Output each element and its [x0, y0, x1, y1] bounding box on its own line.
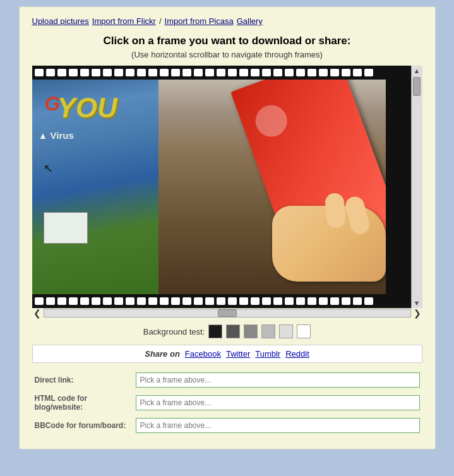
filmstrip-bottom	[32, 294, 411, 308]
scroll-right-arrow[interactable]: ❯	[414, 308, 421, 318]
film-hole	[342, 297, 350, 305]
film-hole	[80, 69, 89, 76]
film-hole	[205, 297, 214, 305]
bbcode-cell	[133, 415, 422, 436]
filmstrip-outer: YOU G ▲ Virus ↖	[32, 66, 422, 308]
film-hole	[228, 69, 237, 76]
bbcode-input[interactable]	[136, 418, 420, 433]
film-hole	[308, 297, 316, 305]
film-hole	[262, 69, 271, 76]
film-hole	[364, 69, 373, 76]
bg-swatch-4[interactable]	[261, 324, 275, 338]
share-reddit-link[interactable]: Reddit	[285, 349, 309, 359]
film-hole	[46, 69, 55, 76]
scrollbar-row: ❮ ❯	[32, 308, 422, 318]
bg-swatch-1[interactable]	[208, 324, 222, 338]
film-hole	[353, 69, 362, 76]
instruction-subtitle: (Use horizontal scrollbar to navigate th…	[32, 50, 422, 59]
bbcode-label: BBCode for forum/board:	[32, 415, 133, 436]
bbcode-row: BBCode for forum/board:	[32, 415, 422, 436]
film-hole	[69, 69, 78, 76]
upload-link[interactable]: Upload pictures	[32, 16, 89, 26]
film-hole	[114, 297, 123, 305]
frames-area: YOU G ▲ Virus ↖	[32, 80, 411, 294]
filmstrip-inner: YOU G ▲ Virus ↖	[32, 66, 411, 308]
nav-links: Upload pictures Import from Flickr / Imp…	[32, 16, 422, 26]
film-hole	[330, 69, 339, 76]
main-container: Upload pictures Import from Flickr / Imp…	[19, 6, 436, 449]
film-hole	[330, 297, 339, 305]
film-hole	[342, 69, 350, 76]
html-code-input[interactable]	[136, 395, 420, 410]
direct-link-input[interactable]	[136, 372, 420, 388]
film-hole	[217, 69, 225, 76]
nav-separator: /	[159, 16, 162, 26]
gallery-link[interactable]: Gallery	[237, 16, 263, 26]
html-code-cell	[133, 391, 422, 415]
film-hole	[35, 297, 44, 305]
bg-swatch-6[interactable]	[297, 324, 311, 338]
film-hole	[114, 69, 123, 76]
film-hole	[103, 297, 112, 305]
film-hole	[194, 297, 203, 305]
share-twitter-link[interactable]: Twitter	[226, 349, 250, 359]
scroll-left-arrow[interactable]: ❮	[33, 308, 41, 318]
film-hole	[137, 69, 146, 76]
scroll-up-arrow[interactable]: ▲	[412, 66, 422, 76]
filmstrip-top	[32, 66, 411, 80]
film-hole	[364, 297, 373, 305]
film-hole	[182, 69, 191, 76]
film-hole	[35, 69, 44, 76]
bg-swatch-2[interactable]	[226, 324, 240, 338]
film-hole	[171, 297, 180, 305]
film-hole	[239, 297, 248, 305]
import-flickr-link[interactable]: Import from Flickr	[92, 16, 156, 26]
bg-swatch-5[interactable]	[279, 324, 293, 338]
film-hole	[126, 69, 134, 76]
film-hole	[137, 297, 146, 305]
film-hole	[251, 69, 260, 76]
scroll-thumb-vert[interactable]	[413, 77, 421, 96]
scroll-down-arrow[interactable]: ▼	[412, 298, 422, 308]
film-hole	[296, 297, 305, 305]
film-hole	[308, 69, 316, 76]
share-facebook-link[interactable]: Facebook	[185, 349, 221, 359]
html-code-label: HTML code for blog/website:	[32, 391, 133, 415]
scroll-track[interactable]	[44, 309, 411, 318]
film-hole	[69, 297, 78, 305]
film-hole	[80, 297, 89, 305]
film-hole	[160, 297, 169, 305]
film-hole	[148, 69, 157, 76]
instruction-title: Click on a frame you want to download or…	[32, 35, 422, 47]
film-hole	[148, 297, 157, 305]
film-hole	[228, 297, 237, 305]
film-hole	[171, 69, 180, 76]
film-hole	[239, 69, 248, 76]
film-hole	[217, 297, 225, 305]
direct-link-row: Direct link:	[32, 369, 422, 391]
bg-swatch-3[interactable]	[244, 324, 258, 338]
film-hole	[194, 69, 203, 76]
film-hole	[92, 69, 100, 76]
film-hole	[251, 297, 260, 305]
scroll-thumb-horiz[interactable]	[218, 309, 237, 317]
share-tumblr-link[interactable]: Tumblr	[255, 349, 280, 359]
film-hole	[273, 69, 282, 76]
frame-right[interactable]	[158, 80, 386, 294]
bg-test-row: Background test:	[32, 324, 422, 338]
film-hole	[273, 297, 282, 305]
film-hole	[57, 69, 66, 76]
direct-link-label: Direct link:	[32, 369, 133, 391]
direct-link-cell	[133, 369, 422, 391]
film-hole	[353, 297, 362, 305]
film-hole	[319, 69, 328, 76]
film-hole	[126, 297, 134, 305]
film-hole	[262, 297, 271, 305]
film-hole	[285, 297, 294, 305]
film-hole	[92, 297, 100, 305]
import-picasa-link[interactable]: Import from Picasa	[165, 16, 234, 26]
html-code-row: HTML code for blog/website:	[32, 391, 422, 415]
film-hole	[285, 69, 294, 76]
frame-left[interactable]: YOU G ▲ Virus ↖	[32, 80, 158, 294]
film-hole	[296, 69, 305, 76]
